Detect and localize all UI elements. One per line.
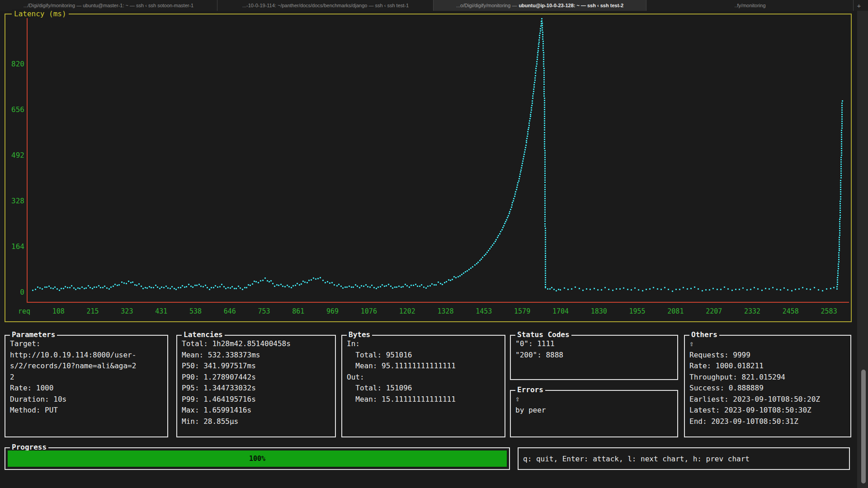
- y-tick-label: 492: [6, 151, 24, 160]
- scrollbar-thumb[interactable]: [861, 370, 866, 483]
- new-tab-button[interactable]: +: [854, 0, 864, 11]
- x-tick-label: 1328: [437, 307, 453, 315]
- latencies-text: Total: 1h28m42.851400458s Mean: 532.3383…: [177, 336, 335, 436]
- help-panel: q: quit, Enter: attack, l: next chart, h…: [518, 447, 850, 470]
- x-tick-label: 2458: [783, 307, 799, 315]
- x-tick-label: 215: [87, 307, 99, 315]
- screen: .../Digi/digify/monitoring — ubuntu@mast…: [0, 0, 868, 488]
- x-tick-label: 323: [121, 307, 133, 315]
- tab-label: ..fy/monitoring: [734, 3, 765, 8]
- tab-label-emphasis: ubuntu@ip-10-0-23-128: ~ — ssh ‹ ssh tes…: [517, 3, 623, 8]
- terminal-window: Latency (ms) 0164328492656820 req1082153…: [0, 11, 857, 488]
- progress-panel: Progress 100%: [5, 447, 510, 470]
- x-axis-line: [27, 302, 849, 303]
- y-tick-label: 820: [6, 60, 24, 68]
- status-codes-text: "0": 1111 "200": 8888: [511, 336, 677, 379]
- others-panel: Others ⇧ Requests: 9999 Rate: 1000.01821…: [684, 335, 851, 437]
- y-axis-line: [27, 18, 28, 303]
- x-tick-label: 753: [258, 307, 270, 315]
- status-codes-panel: Status Codes "0": 1111 "200": 8888: [510, 335, 678, 380]
- terminal-tab-bar: .../Digi/digify/monitoring — ubuntu@mast…: [0, 0, 868, 11]
- tab-test-1[interactable]: ...-10-0-19-114: ~/panther/docs/docs/ben…: [218, 0, 434, 11]
- parameters-panel: Parameters Target: http://10.0.19.114:80…: [5, 335, 168, 437]
- x-tick-label: 2332: [744, 307, 760, 315]
- x-tick-label: 1704: [552, 307, 569, 315]
- tab-test-2-active[interactable]: ...o/Digi/digify/monitoring — ubuntu@ip-…: [434, 0, 646, 11]
- x-tick-label: 646: [224, 307, 236, 315]
- x-tick-label: 969: [326, 307, 339, 315]
- x-tick-label: 2583: [821, 307, 837, 315]
- tab-label: ...-10-0-19-114: ~/panther/docs/docs/ben…: [242, 3, 409, 8]
- bytes-panel: Bytes In: Total: 951016 Mean: 95.1111111…: [341, 335, 505, 437]
- tab-monitoring[interactable]: ..fy/monitoring: [647, 0, 854, 11]
- y-tick-label: 164: [6, 242, 24, 251]
- x-tick-label: 1579: [514, 307, 530, 315]
- y-tick-label: 656: [6, 105, 24, 114]
- tab-label: .../Digi/digify/monitoring — ubuntu@mast…: [24, 3, 193, 8]
- x-tick-label: 1076: [361, 307, 377, 315]
- x-tick-label: req: [18, 307, 30, 315]
- latency-plot: 0164328492656820 req10821532343153864675…: [5, 14, 851, 321]
- plus-icon: +: [857, 2, 861, 9]
- x-tick-label: 431: [155, 307, 167, 315]
- parameters-text: Target: http://10.0.19.114:8000/user- s/…: [5, 336, 167, 436]
- x-tick-label: 538: [189, 307, 202, 315]
- x-tick-label: 108: [52, 307, 65, 315]
- x-tick-label: 1202: [399, 307, 415, 315]
- tab-label-prefix: ...o/Digi/digify/monitoring —: [456, 3, 517, 8]
- latencies-panel: Latencies Total: 1h28m42.851400458s Mean…: [176, 335, 336, 437]
- others-text: ⇧ Requests: 9999 Rate: 1000.018211 Throu…: [685, 336, 850, 436]
- y-tick-label: 328: [6, 197, 24, 205]
- x-tick-label: 861: [292, 307, 304, 315]
- progress-value: 100%: [249, 455, 265, 463]
- x-tick-label: 1955: [629, 307, 646, 315]
- errors-panel: Errors ⇧ by peer: [510, 390, 678, 437]
- x-tick-label: 1453: [476, 307, 492, 315]
- bytes-text: In: Total: 951016 Mean: 95.1111111111111…: [342, 336, 505, 436]
- help-text: q: quit, Enter: attack, l: next chart, h…: [523, 448, 750, 469]
- x-axis-labels: req1082153234315386467538619691076120213…: [18, 307, 837, 315]
- x-tick-label: 2081: [667, 307, 684, 315]
- x-tick-label: 2207: [706, 307, 722, 315]
- y-tick-label: 0: [6, 288, 24, 296]
- x-tick-label: 1830: [591, 307, 607, 315]
- latency-chart-panel: Latency (ms) 0164328492656820 req1082153…: [5, 14, 852, 322]
- errors-text: ⇧ by peer: [511, 391, 677, 436]
- progress-bar: 100%: [8, 450, 507, 467]
